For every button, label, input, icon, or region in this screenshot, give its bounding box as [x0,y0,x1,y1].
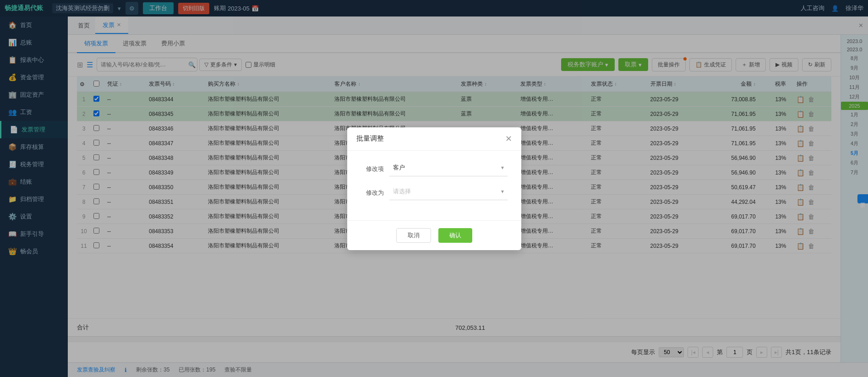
modal-close-btn[interactable]: ✕ [505,134,512,144]
modal-overlay[interactable]: 批量调整 ✕ 修改项 客户 ▾ 修改为 请选择 ▾ 取消 确认 [0,0,868,377]
to-select-arrow-icon: ▾ [501,188,504,195]
confirm-btn[interactable]: 确认 [438,228,472,243]
modify-to-placeholder: 请选择 [393,187,411,196]
modal-body: 修改项 客户 ▾ 修改为 请选择 ▾ [347,151,521,220]
modify-to-row: 修改为 请选择 ▾ [361,186,508,200]
modal-footer: 取消 确认 [347,220,521,250]
field-select-arrow-icon: ▾ [501,164,504,171]
modal-title: 批量调整 [356,134,384,143]
modify-field-label: 修改项 [361,165,384,173]
cancel-btn[interactable]: 取消 [396,228,431,243]
modify-to-label: 修改为 [361,189,384,197]
modify-field-select[interactable]: 客户 ▾ [389,162,508,176]
batch-adjust-modal: 批量调整 ✕ 修改项 客户 ▾ 修改为 请选择 ▾ 取消 确认 [347,127,521,250]
modify-field-row: 修改项 客户 ▾ [361,162,508,176]
modal-header: 批量调整 ✕ [347,127,521,151]
modify-to-select[interactable]: 请选择 ▾ [389,186,508,200]
